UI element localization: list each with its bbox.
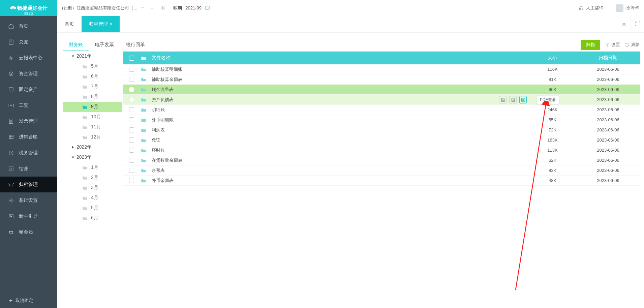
sidebar-item-settings[interactable]: 基础设置 [0,192,57,208]
table-row[interactable]: 辅助核算余额表81K2023-06-06 [123,74,640,85]
unpin-label: 取消固定 [16,298,33,304]
file-folder-icon [141,158,146,163]
tree-year[interactable]: 2021年 [63,51,122,61]
table-row[interactable]: 现金流量表66K2023-06-06 [123,85,640,95]
tree-month[interactable]: 1月 [63,162,122,173]
sidebar-item-archive[interactable]: 归档管理 [0,177,57,192]
tree-month[interactable]: 10月 [63,112,122,122]
add-button[interactable]: ＋ [148,4,156,12]
tree-month[interactable]: 6月 [63,71,122,82]
fullscreen-button[interactable]: ⛶ [631,16,644,33]
company-settings-icon[interactable] [159,4,166,12]
close-icon[interactable]: × [110,22,112,27]
tree-month[interactable]: 5月 [63,61,122,71]
company-selector[interactable]: (勿删）江西服宝精品有限责任公司（... [62,5,137,11]
refresh-label: 刷新 [631,42,640,48]
sidebar-item-ledger[interactable]: 总账 [0,34,57,50]
caret-icon [72,157,74,158]
sidebar-item-jinxiao[interactable]: 进销台账 [0,129,57,145]
period-value[interactable]: 2021-09 [185,5,202,10]
sidebar-item-guide[interactable]: 新手引导 [0,208,57,224]
subtab-bank[interactable]: 银行回单 [120,39,151,51]
support-label: 人工咨询 [586,5,604,11]
archive-button[interactable]: 归档 [581,40,600,50]
pdf-view-icon[interactable] [519,96,527,103]
table-row[interactable]: 余额表83K2023-06-06 [123,165,640,176]
sidebar-item-tax[interactable]: 税务管理 [0,145,57,161]
subtab-einvoice-label: 电子发票 [95,42,114,47]
row-checkbox[interactable] [129,117,134,122]
sidebar-item-funds[interactable]: 资金管理 [0,66,57,82]
file-date: 2023-06-06 [576,95,640,104]
calendar-icon[interactable] [205,5,210,11]
row-checkbox[interactable] [129,107,134,112]
row-checkbox[interactable] [129,137,134,143]
table-row[interactable]: 明细账246K2023-06-06 [123,105,640,115]
tab-archive[interactable]: 归档管理 × [82,16,120,32]
tree-month[interactable]: 6月 [63,213,122,223]
table-row[interactable]: 资产负债表PDF查看1K2023-06-06 [123,95,640,105]
table-row[interactable]: 序时账113K2023-06-06 [123,145,640,155]
download-excel-icon[interactable] [499,96,507,103]
tree-month[interactable]: 12月 [63,132,122,142]
table-row[interactable]: 利润表72K2023-06-06 [123,125,640,135]
user-menu[interactable]: 徐泽华 [616,4,639,12]
row-checkbox[interactable] [129,168,134,173]
close-all-button[interactable]: ✕ [617,16,631,33]
file-folder-icon [141,138,146,143]
sidebar-item-assets[interactable]: 固定资产 [0,82,57,97]
row-checkbox[interactable] [129,158,134,163]
tree-month[interactable]: 7月 [63,82,122,92]
sidebar-item-home[interactable]: 首页 [0,18,57,34]
row-checkbox[interactable] [129,127,134,132]
folder-icon [82,74,88,79]
tree-month[interactable]: 2月 [63,173,122,183]
tree-month[interactable]: 8月 [63,92,122,102]
table-row[interactable]: 凭证163K2023-06-06 [123,135,640,145]
sidebar-item-label: 进销台账 [19,134,38,140]
row-checkbox[interactable] [129,178,134,183]
select-all-checkbox[interactable] [129,56,134,61]
sidebar-item-label: 工资 [19,102,28,109]
row-checkbox[interactable] [129,67,134,72]
download-pdf-icon[interactable] [509,96,517,103]
tree-year[interactable]: 2022年 [63,142,122,152]
row-actions [499,96,527,103]
sidebar-item-vip[interactable]: 畅会员 [0,224,57,240]
support-button[interactable]: 人工咨询 [579,5,604,11]
sidebar-item-invoice[interactable]: 发票管理 [0,113,57,129]
subtab-finance[interactable]: 财务账 [63,39,89,51]
folder-icon [82,135,88,140]
settings-button[interactable]: 设置 [605,42,620,48]
tree-month[interactable]: 4月 [63,193,122,203]
chevron-down-icon[interactable]: ﹀ [141,5,145,11]
sidebar-item-salary[interactable]: 工资 [0,97,57,113]
table-row[interactable]: 外币余额表48K2023-06-06 [123,176,640,186]
table-row[interactable]: 外币明细账55K2023-06-06 [123,115,640,125]
sidebar-item-label: 归档管理 [19,182,38,188]
tree-month[interactable]: 11月 [63,122,122,132]
tree-month[interactable]: 5月 [63,203,122,213]
sidebar-item-close[interactable]: 结账 [0,161,57,177]
file-date: 2023-06-06 [576,115,640,125]
file-folder-icon [141,168,146,173]
row-checkbox[interactable] [129,87,134,92]
row-checkbox[interactable] [129,148,134,153]
subtab-einvoice[interactable]: 电子发票 [89,39,120,51]
row-checkbox[interactable] [129,97,134,102]
tree-month[interactable]: 3月 [63,183,122,193]
table-row[interactable]: 辅助核算明细账116K2023-06-06 [123,64,640,74]
tree-month[interactable]: 9月 [63,102,122,112]
row-checkbox[interactable] [129,77,134,82]
header-date: 归档日期 [576,55,640,61]
folder-icon [82,85,88,89]
file-table: 文件名称 大小 归档日期 辅助核算明细账116K2023-06-06辅助核算余额… [123,51,640,304]
sidebar-item-label: 畅会员 [19,229,33,235]
tree-year[interactable]: 2023年 [63,152,122,162]
unpin-button[interactable]: 取消固定 [0,293,57,308]
refresh-button[interactable]: 刷新 [625,42,640,48]
file-size: 116K [529,64,576,74]
sidebar-item-reports[interactable]: 云报表中心 [0,50,57,66]
tab-home[interactable]: 首页 [57,16,82,32]
table-row[interactable]: 存货数量余额表62K2023-06-06 [123,155,640,165]
